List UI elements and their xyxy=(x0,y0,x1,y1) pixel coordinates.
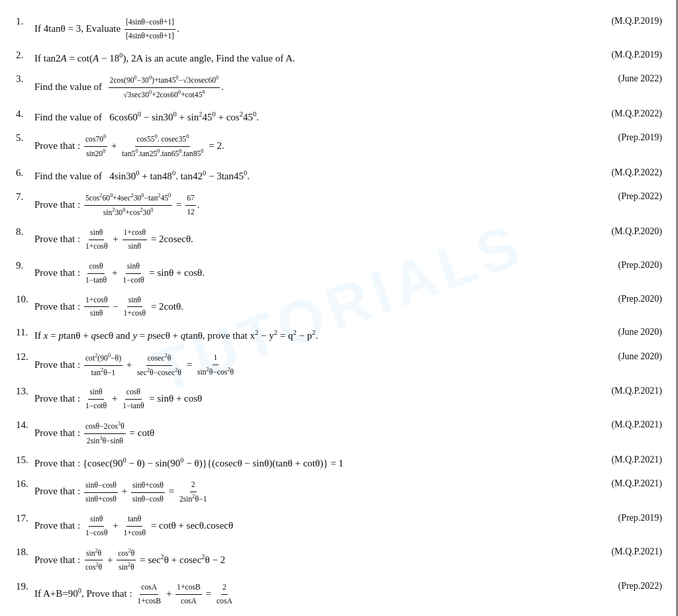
question-reference: (Prep.2020) xyxy=(583,260,662,271)
question-item: 15.Prove that : {cosec(900 − θ) − sin(90… xyxy=(16,451,662,475)
question-number: 9. xyxy=(16,260,34,271)
question-content: If A+B=900, Prove that : cosA1+cosB + 1+… xyxy=(34,581,583,608)
question-number: 17. xyxy=(16,513,34,524)
question-item: 7.Prove that : 5cos2600+4sec2300−tan2450… xyxy=(16,187,662,222)
question-left: 7.Prove that : 5cos2600+4sec2300−tan2450… xyxy=(16,191,583,220)
question-item: 10.Prove that : 1+cosθsinθ − sinθ1+cosθ … xyxy=(16,290,662,324)
question-number: 6. xyxy=(16,167,34,179)
question-left: 15.Prove that : {cosec(900 − θ) − sin(90… xyxy=(16,455,583,472)
question-number: 16. xyxy=(16,478,34,490)
question-content: Prove that : 5cos2600+4sec2300−tan2450si… xyxy=(34,191,583,220)
question-left: 13.Prove that : sinθ1−cotθ + cosθ1−tanθ … xyxy=(16,386,583,413)
question-reference: (M.Q.P.2020) xyxy=(583,226,662,237)
question-left: 1.If 4tanθ = 3, Evaluate [4sinθ−cosθ+1][… xyxy=(16,16,583,43)
question-number: 7. xyxy=(16,191,34,202)
question-left: 5.Prove that : cos700sin200 + cos550. co… xyxy=(16,132,583,161)
question-number: 18. xyxy=(16,547,34,558)
question-left: 18.Prove that : sin2θcos2θ + cos2θsin2θ … xyxy=(16,547,583,575)
question-number: 19. xyxy=(16,581,34,592)
question-content: Prove that : cot2(900−θ)tan2θ−1 + cosec2… xyxy=(34,351,583,380)
question-left: 3.Find the value of 2cos(900−300)+tan450… xyxy=(16,73,583,102)
question-content: Prove that : sinθ1−cotθ + cosθ1−tanθ = s… xyxy=(34,386,583,413)
question-reference: (M.Q.P.2022) xyxy=(583,109,662,119)
question-item: 13.Prove that : sinθ1−cotθ + cosθ1−tanθ … xyxy=(16,382,662,416)
question-item: 11.If x = ptanθ + qsecθ and y = psecθ + … xyxy=(16,323,662,347)
question-content: Prove that : sinθ1+cosθ + 1+cosθsinθ = 2… xyxy=(34,226,583,253)
question-left: 8.Prove that : sinθ1+cosθ + 1+cosθsinθ =… xyxy=(16,226,583,253)
question-left: 19.If A+B=900, Prove that : cosA1+cosB +… xyxy=(16,581,583,608)
question-reference: (M.Q.P.2021) xyxy=(583,386,662,396)
question-item: 9.Prove that : cosθ1−tanθ + sinθ1−cotθ =… xyxy=(16,256,662,290)
question-reference: (Prep.2019) xyxy=(583,132,662,143)
question-number: 5. xyxy=(16,132,34,144)
question-item: 1.If 4tanθ = 3, Evaluate [4sinθ−cosθ+1][… xyxy=(16,12,662,46)
question-number: 12. xyxy=(16,351,34,363)
question-content: Prove that : sin2θcos2θ + cos2θsin2θ = s… xyxy=(34,547,583,575)
question-content: Prove that : 1+cosθsinθ − sinθ1+cosθ = 2… xyxy=(34,294,583,321)
question-item: 8.Prove that : sinθ1+cosθ + 1+cosθsinθ =… xyxy=(16,222,662,256)
question-number: 4. xyxy=(16,109,34,120)
question-content: Prove that : cos700sin200 + cos550. cose… xyxy=(34,132,583,161)
question-item: 2.If tan2A = cot(A − 180), 2A is an acut… xyxy=(16,46,662,70)
question-number: 10. xyxy=(16,294,34,305)
question-item: 19.If A+B=900, Prove that : cosA1+cosB +… xyxy=(16,577,662,611)
question-content: Prove that : sinθ−cosθsinθ+cosθ + sinθ+c… xyxy=(34,478,583,506)
question-reference: (June 2022) xyxy=(583,73,662,84)
question-content: Find the value of 6cos600 − sin300 + sin… xyxy=(34,109,583,126)
question-item: 6.Find the value of 4sin300 + tan480. ta… xyxy=(16,163,662,188)
question-item: 12.Prove that : cot2(900−θ)tan2θ−1 + cos… xyxy=(16,347,662,382)
question-item: 17.Prove that : sinθ1−cosθ + tanθ1+cosθ … xyxy=(16,509,662,543)
question-reference: (M.Q.P.2021) xyxy=(583,419,662,430)
question-left: 16.Prove that : sinθ−cosθsinθ+cosθ + sin… xyxy=(16,478,583,506)
question-item: 14.Prove that : cosθ−2cos3θ2sin3θ−sinθ =… xyxy=(16,416,662,451)
question-number: 2. xyxy=(16,50,34,61)
question-left: 11.If x = ptanθ + qsecθ and y = psecθ + … xyxy=(16,327,583,345)
question-left: 2.If tan2A = cot(A − 180), 2A is an acut… xyxy=(16,50,583,67)
question-number: 1. xyxy=(16,16,34,27)
question-reference: (M.Q.P.2021) xyxy=(583,455,662,465)
question-content: If 4tanθ = 3, Evaluate [4sinθ−cosθ+1][4s… xyxy=(34,16,583,43)
question-item: 20.Prove that : (sinA + cosecA)2 + (cosA… xyxy=(16,611,662,616)
question-content: Prove that : {cosec(900 − θ) − sin(900 −… xyxy=(34,455,583,472)
question-reference: (June 2020) xyxy=(583,327,662,337)
question-content: Find the value of 4sin300 + tan480. tan4… xyxy=(34,167,583,185)
question-content: Find the value of 2cos(900−300)+tan450−√… xyxy=(34,73,583,102)
question-reference: (M.Q.P.2021) xyxy=(583,547,662,557)
question-reference: (Prep.2020) xyxy=(583,294,662,304)
question-reference: (M.Q.P.2021) xyxy=(583,478,662,489)
question-content: Prove that : sinθ1−cosθ + tanθ1+cosθ = c… xyxy=(34,513,583,540)
question-list: 1.If 4tanθ = 3, Evaluate [4sinθ−cosθ+1][… xyxy=(16,12,662,616)
question-left: 12.Prove that : cot2(900−θ)tan2θ−1 + cos… xyxy=(16,351,583,380)
question-left: 14.Prove that : cosθ−2cos3θ2sin3θ−sinθ =… xyxy=(16,419,583,448)
question-number: 15. xyxy=(16,455,34,466)
question-number: 13. xyxy=(16,386,34,397)
question-item: 16.Prove that : sinθ−cosθsinθ+cosθ + sin… xyxy=(16,474,662,509)
question-left: 10.Prove that : 1+cosθsinθ − sinθ1+cosθ … xyxy=(16,294,583,321)
question-left: 17.Prove that : sinθ1−cosθ + tanθ1+cosθ … xyxy=(16,513,583,540)
question-left: 9.Prove that : cosθ1−tanθ + sinθ1−cotθ =… xyxy=(16,260,583,287)
question-number: 11. xyxy=(16,327,34,338)
question-content: Prove that : cosθ−2cos3θ2sin3θ−sinθ = co… xyxy=(34,419,583,448)
question-item: 5.Prove that : cos700sin200 + cos550. co… xyxy=(16,128,662,163)
question-left: 6.Find the value of 4sin300 + tan480. ta… xyxy=(16,167,583,185)
question-reference: (M.Q.P.2019) xyxy=(583,50,662,60)
question-number: 3. xyxy=(16,73,34,85)
question-left: 4.Find the value of 6cos600 − sin300 + s… xyxy=(16,109,583,126)
question-reference: (June 2020) xyxy=(583,351,662,362)
question-content: If tan2A = cot(A − 180), 2A is an acute … xyxy=(34,50,583,67)
question-item: 4.Find the value of 6cos600 − sin300 + s… xyxy=(16,105,662,129)
question-reference: (Prep.2022) xyxy=(583,581,662,592)
question-item: 3.Find the value of 2cos(900−300)+tan450… xyxy=(16,69,662,105)
question-reference: (M.Q.P.2022) xyxy=(583,167,662,178)
question-content: Prove that : cosθ1−tanθ + sinθ1−cotθ = s… xyxy=(34,260,583,287)
question-number: 14. xyxy=(16,419,34,431)
question-reference: (M.Q.P.2019) xyxy=(583,16,662,26)
question-item: 18.Prove that : sin2θcos2θ + cos2θsin2θ … xyxy=(16,543,662,578)
question-reference: (Prep.2019) xyxy=(583,513,662,523)
question-reference: (Prep.2022) xyxy=(583,191,662,202)
question-content: If x = ptanθ + qsecθ and y = psecθ + qta… xyxy=(34,327,583,345)
question-number: 8. xyxy=(16,226,34,238)
